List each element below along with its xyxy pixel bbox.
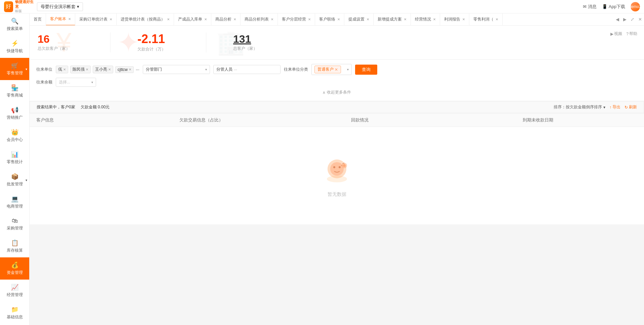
sidebar-item-operations[interactable]: 📈 经营管理 <box>0 280 29 302</box>
sidebar-item-ecommerce[interactable]: 💻 电商管理 <box>0 191 29 213</box>
tab-profit[interactable]: 利润报告 ✕ <box>440 13 469 26</box>
tab-close-icon[interactable]: ✕ <box>404 17 406 21</box>
tag-close-icon[interactable]: ✕ <box>129 68 131 71</box>
sidebar-item-basic[interactable]: 📁 基础信息 <box>0 302 29 324</box>
filter-tag-cjttcw[interactable]: cjttcw ✕ <box>115 66 134 73</box>
sidebar-item-label: 采购管理 <box>7 225 23 231</box>
tab-close-icon[interactable]: ✕ <box>308 17 311 21</box>
unit-label: 往来单位 <box>36 67 52 72</box>
tab-close-icon[interactable]: ✕ <box>496 17 498 21</box>
sidebar-item-retail-stat[interactable]: 📊 零售统计 <box>0 147 29 169</box>
tab-customer-ledger[interactable]: 客户账本 ✕ <box>46 13 75 26</box>
unit-class-select[interactable]: 普通客户 ✕ ▾ <box>311 64 352 75</box>
tab-next-button[interactable]: ▶ <box>621 13 629 26</box>
stat3-value: 131 <box>233 34 251 44</box>
filter-tag-wang[interactable]: 王小亮 ✕ <box>93 66 113 73</box>
tab-customer-contact[interactable]: 客户联络 ✕ <box>315 13 344 26</box>
tab-close-icon[interactable]: ✕ <box>271 17 273 21</box>
query-button[interactable]: 查询 <box>355 65 377 75</box>
tag-close-icon[interactable]: ✕ <box>86 68 88 71</box>
help-link[interactable]: ? 帮助 <box>626 31 637 37</box>
tab-prev-button[interactable]: ◀ <box>614 13 621 26</box>
filter-tags: 佤 ✕ 陈民强 ✕ 王小亮 ✕ <box>56 66 139 73</box>
tab-commission[interactable]: 提成设置 ✕ <box>344 13 374 26</box>
empty-text: 暂无数据 <box>328 191 346 197</box>
stat3-label: 总客户（家） <box>233 46 257 51</box>
sidebar-item-quicknav[interactable]: ⚡ 快捷导航 <box>0 36 29 58</box>
download-icon: 📱 <box>602 4 607 9</box>
tab-expand-button[interactable]: ⤢ <box>629 13 636 26</box>
collapse-button[interactable]: ∧ 收起更多条件 <box>36 89 637 95</box>
tag-close-icon[interactable]: ✕ <box>108 68 111 71</box>
sidebar-item-label: 经营管理 <box>7 292 23 298</box>
messages-button[interactable]: ✉ 消息 <box>583 4 597 10</box>
tab-product-analysis[interactable]: 商品分析 ✕ <box>211 13 241 26</box>
sidebar-item-member[interactable]: 👑 会员中心 <box>0 124 29 147</box>
sidebar-item-label: 零售统计 <box>7 159 23 165</box>
tab-close-icon[interactable]: ✕ <box>337 17 340 21</box>
app-download-button[interactable]: 📱 App下载 <box>602 4 625 10</box>
col-repay-header: 回款情况 <box>351 117 523 123</box>
sort-label: 排序：按欠款金额倒序排序 <box>554 104 602 110</box>
tab-retail-profit[interactable]: 零售利润（ ✕ <box>469 13 503 26</box>
dept-select[interactable]: 分管部门 ▾ <box>143 65 210 74</box>
page-content: ¥ 16 总欠款客户（家） ✦ -2.11 欠款合计（万） <box>30 26 644 325</box>
table-container: 客户信息 欠款交易信息（占比） 回款情况 到期未收款日期 <box>30 114 644 224</box>
tab-product-list[interactable]: 商品分析列表 ✕ <box>241 13 278 26</box>
tab-add-commission[interactable]: 新增提成方案 ✕ <box>374 13 411 26</box>
account-select[interactable]: 母婴行业演示帐套 ▾ <box>37 2 83 11</box>
stat-block-customers: 16 总欠款客户（家） <box>38 34 90 51</box>
sidebar-item-search[interactable]: 🔍 搜索菜单 <box>0 13 29 36</box>
tag-remove-icon[interactable]: ✕ <box>335 67 338 72</box>
sidebar-item-inventory[interactable]: 📋 库存核算 <box>0 235 29 257</box>
logo-area: 好 畅捷通好生意 标版 <box>4 0 34 13</box>
tab-close-all-button[interactable]: ✕ <box>636 13 644 26</box>
export-button[interactable]: ↑ 导出 <box>609 104 620 110</box>
refresh-button[interactable]: ↻ 刷新 <box>625 104 637 110</box>
tag-close-icon[interactable]: ✕ <box>63 68 66 71</box>
cart-icon: 🛒 <box>11 62 18 69</box>
tab-close-icon[interactable]: ✕ <box>367 17 369 21</box>
question-icon: ? <box>626 32 629 36</box>
person-select[interactable]: 分管人员 ··· <box>213 65 281 74</box>
sidebar-item-mall[interactable]: 🏪 零售商城 <box>0 80 29 102</box>
balance-select[interactable]: 选择... ▾ <box>56 78 96 87</box>
play-icon: ▶ <box>610 32 613 36</box>
tab-close-icon[interactable]: ✕ <box>233 17 236 21</box>
sidebar-item-retail[interactable]: 🛒 零售管理 <box>0 58 29 80</box>
stat-divider1 <box>110 32 111 52</box>
filter-tag-more[interactable]: ··· <box>136 67 139 72</box>
video-link[interactable]: ▶ 视频 <box>610 31 622 37</box>
selected-class-tag: 普通客户 ✕ <box>314 66 341 73</box>
tab-purchase-stat[interactable]: 进货单统计表（按商品） ✕ <box>117 13 174 26</box>
crown-icon: 👑 <box>11 129 18 136</box>
stat2-area: ✦ -2.11 欠款合计（万） <box>137 33 186 52</box>
computer-icon: 💻 <box>11 195 18 203</box>
tab-purchase-order[interactable]: 采购订单统计表 ✕ <box>75 13 117 26</box>
tab-home[interactable]: 首页 <box>30 13 46 26</box>
tab-close-icon[interactable]: ✕ <box>167 17 170 21</box>
sidebar-item-finance[interactable]: 💰 资金管理 <box>0 257 29 280</box>
main-area: 🔍 搜索菜单 ⚡ 快捷导航 🛒 零售管理 🏪 零售商城 📢 营销推广 👑 <box>0 13 644 325</box>
avatar[interactable]: demo2 <box>631 2 640 11</box>
tab-production[interactable]: 产成品入库单 ✕ <box>174 13 211 26</box>
filter-tag-wa[interactable]: 佤 ✕ <box>56 66 68 73</box>
col-debt-header: 欠款交易信息（占比） <box>179 117 351 123</box>
svg-point-3 <box>333 166 335 168</box>
chevron-up-icon: ∧ <box>323 90 326 95</box>
tab-close-icon[interactable]: ✕ <box>110 17 112 21</box>
tab-close-icon[interactable]: ✕ <box>204 17 207 21</box>
sidebar-item-wholesale[interactable]: 📦 批发管理 <box>0 169 29 191</box>
sidebar-item-marketing[interactable]: 📢 营销推广 <box>0 102 29 124</box>
sidebar-item-purchase[interactable]: 🛍 采购管理 <box>0 213 29 235</box>
filter-tag-chen[interactable]: 陈民强 ✕ <box>70 66 91 73</box>
tab-operations[interactable]: 经营情况 ✕ <box>411 13 440 26</box>
filter-row1: 往来单位 佤 ✕ 陈民强 ✕ 王小亮 <box>36 64 637 75</box>
stat2-label: 欠款合计（万） <box>137 46 166 52</box>
tab-close-icon[interactable]: ✕ <box>68 17 71 21</box>
tab-close-icon[interactable]: ✕ <box>462 17 465 21</box>
tab-close-icon[interactable]: ✕ <box>433 17 436 21</box>
tab-customer-seg[interactable]: 客户分层经营 ✕ <box>278 13 315 26</box>
sidebar: 🔍 搜索菜单 ⚡ 快捷导航 🛒 零售管理 🏪 零售商城 📢 营销推广 👑 <box>0 13 30 325</box>
sort-select[interactable]: 排序：按欠款金额倒序排序 ▾ <box>554 104 605 110</box>
